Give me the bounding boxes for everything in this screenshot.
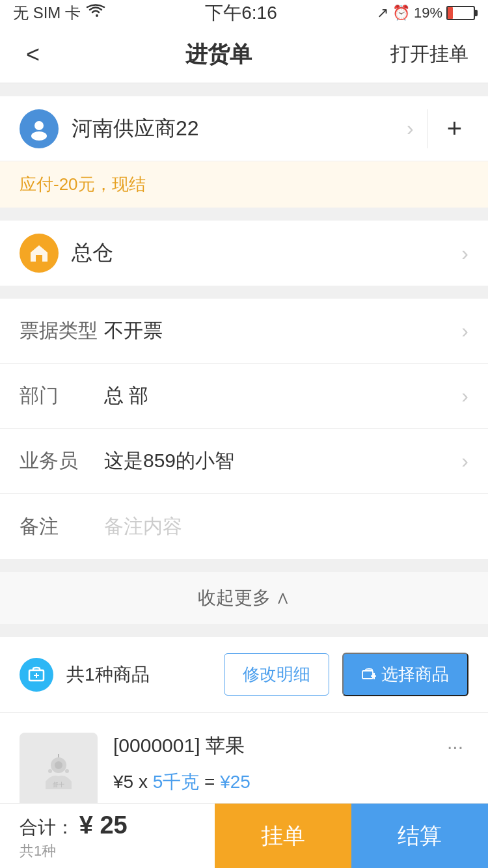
bottom-bar: 合计： ¥ 25 共1种 挂单 结算	[0, 803, 488, 868]
product-info: [0000001] 苹果 ¥5 x 5千克 = ¥25	[113, 733, 426, 794]
total-section: 合计： ¥ 25 共1种	[0, 811, 215, 861]
add-button[interactable]: +	[441, 107, 468, 150]
product-title-name: 苹果	[206, 735, 245, 756]
product-unit-price: ¥5	[113, 772, 133, 792]
svg-rect-6	[362, 671, 373, 679]
supplier-section: 河南供应商22 › + 应付-20元，现结	[0, 96, 488, 208]
carrier-label: 无 SIM 卡	[13, 3, 81, 23]
department-chevron-icon: ›	[461, 384, 468, 408]
svg-text:督十: 督十	[53, 781, 64, 788]
product-quantity: 5千克	[153, 772, 200, 792]
location-icon: ↗	[377, 5, 388, 21]
page-title: 进货单	[185, 40, 252, 70]
collapse-row[interactable]: 收起更多 ∧	[0, 572, 488, 624]
warehouse-icon	[20, 234, 59, 273]
total-count: 共1种	[20, 841, 195, 861]
total-amount: ¥ 25	[79, 811, 128, 839]
department-label: 部门	[20, 383, 104, 409]
svg-point-13	[65, 769, 69, 773]
sales-person-row[interactable]: 业务员 这是859的小智 ›	[0, 429, 488, 494]
product-header: 共1种商品 修改明细 选择商品	[0, 637, 488, 712]
warehouse-name: 总仓	[72, 239, 461, 267]
sales-person-value: 这是859的小智	[104, 448, 461, 474]
status-bar: 无 SIM 卡 下午6:16 ↗ ⏰ 19%	[0, 0, 488, 26]
select-product-button[interactable]: 选择商品	[342, 653, 468, 696]
remark-input[interactable]: 备注内容	[104, 513, 468, 540]
remark-row[interactable]: 备注 备注内容	[0, 494, 488, 559]
department-value: 总 部	[104, 383, 461, 409]
status-right: ↗ ⏰ 19%	[377, 5, 475, 21]
sales-person-label: 业务员	[20, 448, 104, 474]
chevron-right-icon: ›	[407, 116, 414, 141]
alarm-icon: ⏰	[392, 5, 410, 21]
status-left: 无 SIM 卡	[13, 3, 105, 23]
product-count-label: 共1种商品	[66, 662, 211, 687]
wifi-icon	[86, 4, 105, 22]
department-row[interactable]: 部门 总 部 ›	[0, 364, 488, 429]
hang-button[interactable]: 挂单	[215, 804, 351, 869]
edit-detail-button[interactable]: 修改明细	[224, 653, 329, 696]
battery-label: 19%	[414, 5, 442, 21]
product-id: [0000001]	[113, 735, 200, 756]
total-row: 合计： ¥ 25	[20, 811, 195, 840]
product-price: ¥5 x 5千克 = ¥25	[113, 770, 426, 794]
supplier-name: 河南供应商22	[72, 115, 407, 143]
svg-point-12	[48, 769, 52, 773]
product-more-button[interactable]: ···	[442, 733, 468, 760]
battery-icon	[446, 6, 475, 20]
section-gap-1	[0, 83, 488, 96]
nav-bar: < 进货单 打开挂单	[0, 26, 488, 83]
ticket-type-row[interactable]: 票据类型 不开票 ›	[0, 299, 488, 364]
ticket-type-chevron-icon: ›	[461, 319, 468, 343]
open-hang-button[interactable]: 打开挂单	[390, 41, 468, 68]
product-header-icon	[20, 658, 53, 692]
total-label: 合计：	[20, 817, 74, 837]
ticket-type-value: 不开票	[104, 318, 461, 344]
warehouse-chevron-icon: ›	[461, 241, 468, 265]
collapse-label: 收起更多 ∧	[198, 586, 291, 610]
svg-point-0	[34, 121, 44, 130]
supplier-avatar	[20, 109, 59, 148]
remark-label: 备注	[20, 513, 104, 540]
svg-point-10	[55, 761, 62, 769]
svg-rect-2	[36, 255, 42, 262]
product-total: ¥25	[220, 772, 251, 792]
product-name: [0000001] 苹果	[113, 733, 426, 759]
svg-point-1	[31, 131, 47, 141]
checkout-button[interactable]: 结算	[351, 804, 488, 869]
info-banner: 应付-20元，现结	[0, 161, 488, 208]
form-section: 票据类型 不开票 › 部门 总 部 › 业务员 这是859的小智 › 备注 备注…	[0, 299, 488, 559]
product-thumbnail: 督十	[20, 733, 98, 811]
divider	[427, 109, 427, 148]
product-multiply: x	[139, 772, 153, 792]
select-product-label: 选择商品	[381, 663, 449, 686]
warehouse-row[interactable]: 总仓 ›	[0, 221, 488, 286]
product-equals: =	[204, 772, 220, 792]
sales-person-chevron-icon: ›	[461, 449, 468, 473]
status-time: 下午6:16	[205, 1, 277, 25]
back-button[interactable]: <	[20, 34, 46, 75]
ticket-type-label: 票据类型	[20, 318, 104, 344]
supplier-row[interactable]: 河南供应商22 › +	[0, 96, 488, 161]
